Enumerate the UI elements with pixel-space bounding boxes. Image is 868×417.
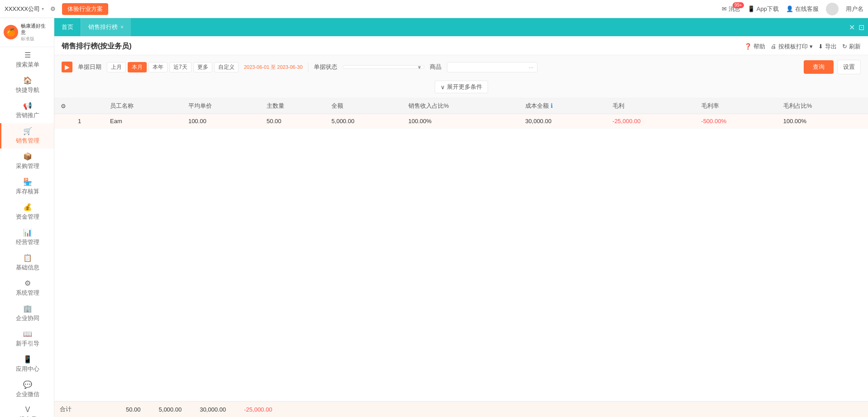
sidebar-label-inventory: 库存核算 [16, 187, 39, 196]
sidebar-label-quick: 快捷导航 [16, 86, 39, 94]
tab-close-icon[interactable]: × [120, 24, 124, 30]
export-icon: ⬇ [818, 43, 823, 50]
header-right: ✉ 消息 99+ 📱 App下载 👤 在线客服 用户名 [722, 3, 863, 15]
operations-icon: 📊 [23, 228, 32, 237]
online-service-button[interactable]: 👤 在线客服 [786, 5, 819, 13]
date-range: 2023-06-01 至 2023-06-30 [244, 64, 303, 71]
tab-controls: ✕ ⊡ [845, 23, 868, 32]
print-button[interactable]: 🖨 按模板打印 ▾ [771, 43, 813, 51]
date-btn-custom[interactable]: 自定义 [214, 62, 239, 72]
date-btn-this-year[interactable]: 本年 [149, 62, 168, 72]
date-btn-this-month[interactable]: 本月 [128, 62, 147, 72]
col-margin-pct: 毛利占比% [778, 98, 868, 114]
refresh-label: 刷新 [849, 43, 861, 51]
col-avg-price: 平均单价 [183, 98, 261, 114]
sidebar-item-base[interactable]: 📋 基础信息 [0, 250, 54, 275]
logo-sub: 标准版 [21, 36, 50, 42]
finance-icon: 💰 [23, 203, 32, 211]
col-sales-pct: 销售收入占比% [403, 98, 520, 114]
logo-icon: 🍊 [4, 25, 18, 39]
cost-info-icon[interactable]: ℹ [551, 102, 553, 109]
print-icon: 🖨 [771, 43, 777, 50]
sidebar-item-quick[interactable]: 🏠 快捷导航 [0, 72, 54, 98]
sidebar-item-enterprise[interactable]: 🏢 企业协同 [0, 301, 54, 326]
footer-label: 合计 [60, 405, 72, 413]
sidebar-item-system[interactable]: ⚙ 系统管理 [0, 275, 54, 301]
cell-profit: -25,000.00 [607, 114, 696, 129]
sidebar-item-finance[interactable]: 💰 资金管理 [0, 199, 54, 225]
date-btn-more[interactable]: 更多 [193, 62, 212, 72]
tab-sales-label: 销售排行榜 [88, 23, 118, 31]
sidebar-item-purchase[interactable]: 📦 采购管理 [0, 149, 54, 174]
sidebar-item-sales[interactable]: 🛒 销售管理 [0, 123, 54, 149]
sidebar-item-member[interactable]: V 畅会员 [0, 402, 54, 417]
sidebar-item-appstore[interactable]: 📱 应用中心 [0, 351, 54, 377]
tab-sales-ranking[interactable]: 销售排行榜 × [81, 18, 131, 36]
export-button[interactable]: ⬇ 导出 [818, 43, 837, 51]
sidebar: 🍊 畅康通好生意 标准版 ☰ 搜索菜单 🏠 快捷导航 📢 营销推广 🛒 销售管理… [0, 18, 54, 417]
username: 用户名 [846, 5, 863, 13]
sidebar-label-appstore: 应用中心 [16, 365, 39, 373]
sidebar-item-inventory[interactable]: 🏪 库存核算 [0, 174, 54, 199]
sidebar-item-marketing[interactable]: 📢 营销推广 [0, 98, 54, 123]
settings-icon[interactable]: ⚙ [48, 4, 58, 14]
sidebar-label-base: 基础信息 [16, 264, 39, 272]
goods-input[interactable]: ··· [447, 62, 537, 72]
help-icon: ❓ [744, 43, 752, 50]
filter-right: 查询 设置 [804, 60, 861, 74]
filter-row: ▶ 单据日期 上月 本月 本年 近7天 更多 自定义 2023-06-01 至 … [62, 60, 861, 74]
date-filter: 上月 本月 本年 近7天 更多 自定义 [107, 62, 239, 72]
message-button[interactable]: ✉ 消息 99+ [722, 5, 740, 13]
guide-icon: 📖 [23, 330, 32, 338]
page-header: 销售排行榜(按业务员) ❓ 帮助 🖨 按模板打印 ▾ ⬇ 导出 [54, 36, 868, 55]
company-selector[interactable]: XXXXXX公司 ▾ [5, 5, 44, 13]
sales-icon: 🛒 [23, 127, 32, 135]
footer-amount: 5,000.00 [159, 406, 182, 413]
date-btn-7days[interactable]: 近7天 [169, 62, 192, 72]
filter-toggle-btn[interactable]: ▶ [62, 62, 72, 72]
ranking-table: ⚙ 员工名称 平均单价 主数量 全额 销售收入占比% 成本全额 ℹ 毛利 毛利率… [54, 98, 868, 129]
sidebar-item-search[interactable]: ☰ 搜索菜单 [0, 47, 54, 72]
refresh-icon: ↻ [842, 43, 847, 50]
settings-button[interactable]: 设置 [837, 60, 861, 74]
help-button[interactable]: ❓ 帮助 [744, 43, 765, 51]
chevron-down-icon: ▾ [42, 6, 44, 11]
col-name: 员工名称 [105, 98, 183, 114]
col-profit: 毛利 [607, 98, 696, 114]
wechat-icon: 💬 [23, 380, 32, 389]
cell-sales-pct: 100.00% [403, 114, 520, 129]
tab-bar: 首页 销售排行榜 × ✕ ⊡ [54, 18, 868, 36]
status-select[interactable]: ▾ [343, 65, 424, 69]
col-amount: 全额 [326, 98, 403, 114]
cell-margin-pct: 100.00% [778, 114, 868, 129]
sidebar-item-operations[interactable]: 📊 经营管理 [0, 225, 54, 250]
tab-home[interactable]: 首页 [54, 18, 81, 36]
sidebar-label-marketing: 营销推广 [16, 111, 39, 120]
table-container: ⚙ 员工名称 平均单价 主数量 全额 销售收入占比% 成本全额 ℹ 毛利 毛利率… [54, 98, 868, 401]
print-label: 按模板打印 [778, 43, 808, 51]
sidebar-item-wechat[interactable]: 💬 企业微信 [0, 377, 54, 402]
page-content: 销售排行榜(按业务员) ❓ 帮助 🖨 按模板打印 ▾ ⬇ 导出 [54, 36, 868, 417]
cell-rank: 1 [72, 114, 105, 129]
date-btn-last-month[interactable]: 上月 [107, 62, 126, 72]
system-icon: ⚙ [24, 279, 31, 288]
avatar[interactable] [826, 3, 839, 15]
refresh-button[interactable]: ↻ 刷新 [842, 43, 861, 51]
expand-filter-btn[interactable]: ∨ 展开更多条件 [435, 81, 488, 93]
sidebar-item-guide[interactable]: 📖 新手引导 [0, 326, 54, 351]
window-close-icon[interactable]: ✕ [849, 23, 855, 32]
query-button[interactable]: 查询 [804, 60, 834, 74]
app-label: App下载 [757, 5, 779, 13]
app-download-button[interactable]: 📱 App下载 [748, 5, 779, 13]
sidebar-label-guide: 新手引导 [16, 340, 39, 348]
window-expand-icon[interactable]: ⊡ [858, 23, 864, 32]
sidebar-label-sales: 销售管理 [16, 137, 39, 145]
status-filter: ▾ [343, 65, 424, 69]
trial-button[interactable]: 体验行业方案 [62, 3, 108, 15]
goods-more-icon[interactable]: ··· [526, 64, 534, 71]
col-settings[interactable]: ⚙ [54, 98, 72, 114]
service-icon: 👤 [786, 5, 793, 12]
page-title: 销售排行榜(按业务员) [62, 42, 132, 51]
col-cost: 成本全额 ℹ [520, 98, 607, 114]
col-rank [72, 98, 105, 114]
